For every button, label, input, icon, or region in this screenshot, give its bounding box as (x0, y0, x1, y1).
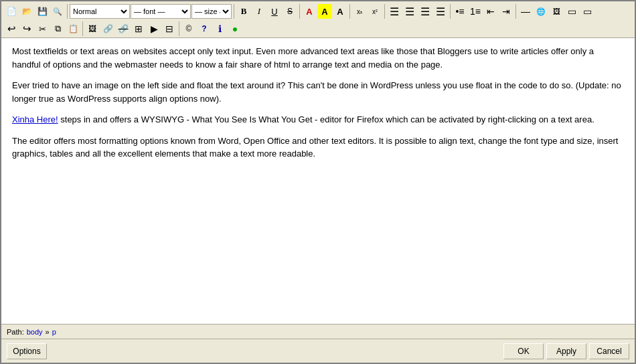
toolbar-row-1: Normal Heading 1 Heading 2 Heading 3 Par… (3, 3, 633, 20)
special-char-button[interactable]: © (181, 21, 196, 36)
cancel-button[interactable]: Cancel (589, 343, 629, 359)
table-button[interactable]: ⊞ (131, 21, 146, 36)
new-icon (7, 7, 17, 16)
bottom-left: Options (7, 343, 47, 359)
ordered-list-button[interactable]: 1≡ (468, 4, 483, 19)
globe-button[interactable]: 🌐 (534, 4, 548, 19)
strikethrough-button[interactable]: S (283, 4, 297, 19)
paragraph-1: Most textfields or text areas on website… (12, 45, 624, 71)
bottom-bar: Options OK Apply Cancel (1, 339, 635, 363)
status-bar: Path: body » p (1, 324, 635, 339)
dot-button[interactable]: ● (228, 21, 242, 36)
open-button[interactable] (19, 4, 34, 19)
zoom-button[interactable] (50, 4, 65, 19)
editor-container: Normal Heading 1 Heading 2 Heading 3 Par… (0, 0, 636, 364)
sep8 (82, 21, 83, 36)
box1-button[interactable]: ▭ (564, 4, 579, 19)
save-button[interactable] (35, 4, 50, 19)
superscript-button[interactable]: x² (368, 4, 382, 19)
p-link[interactable]: p (52, 328, 56, 336)
paste-button[interactable]: 📋 (66, 21, 80, 36)
paragraph-2: Ever tried to have an image on the left … (12, 79, 624, 105)
zoom-icon (53, 7, 62, 16)
image-button[interactable]: 🖼 (549, 4, 564, 19)
path-label: Path: (7, 328, 24, 336)
media-button[interactable]: ▶ (147, 21, 161, 36)
toolbar-row-2: ↩ ↪ ✂ ⧉ 📋 🖼 🔗 🔗 ⊞ ▶ ⊟ © ? ℹ ● (3, 20, 633, 37)
paragraph-4: The editor offers most formatting option… (12, 134, 624, 161)
save-icon (37, 7, 48, 16)
align-right-button[interactable]: ☰ (418, 4, 432, 19)
new-button[interactable] (4, 4, 19, 19)
image-icon: 🖼 (553, 7, 560, 15)
sep7 (515, 4, 516, 19)
italic-button[interactable]: I (252, 4, 266, 19)
sep5 (384, 4, 385, 19)
insert-img-button[interactable]: 🖼 (85, 21, 100, 36)
font-color-button[interactable]: A (333, 4, 347, 19)
redo-button[interactable]: ↪ (19, 21, 34, 36)
sep1 (67, 4, 68, 19)
indent-button[interactable]: ⇥ (499, 4, 513, 19)
outdent-button[interactable]: ⇤ (483, 4, 498, 19)
sep3 (299, 4, 300, 19)
help-button[interactable]: ? (197, 21, 212, 36)
underline-button[interactable]: U (267, 4, 282, 19)
paragraph-3: Xinha Here! steps in and offers a WYSIWY… (12, 113, 624, 126)
style-select[interactable]: Normal Heading 1 Heading 2 Heading 3 Par… (70, 4, 130, 19)
undo-button[interactable]: ↩ (4, 21, 19, 36)
globe-icon: 🌐 (536, 7, 546, 16)
font-select[interactable]: — font — (131, 4, 191, 19)
align-justify-button[interactable]: ☰ (433, 4, 448, 19)
subscript-button[interactable]: x₂ (352, 4, 367, 19)
unordered-list-button[interactable]: •≡ (453, 4, 467, 19)
xinha-link[interactable]: Xinha Here! (12, 114, 58, 124)
open-icon (22, 7, 32, 16)
box2-button[interactable]: ▭ (580, 4, 594, 19)
apply-button[interactable]: Apply (546, 343, 586, 359)
hr-button[interactable]: — (518, 4, 533, 19)
sep6 (450, 4, 451, 19)
cut-button[interactable]: ✂ (35, 21, 50, 36)
text-color-button[interactable]: A (302, 4, 317, 19)
pagebreak-button[interactable]: ⊟ (162, 21, 177, 36)
ok-button[interactable]: OK (503, 343, 544, 359)
path-sep: » (46, 328, 50, 336)
sep2 (234, 4, 234, 19)
insert-media-button[interactable]: 🔗 (116, 21, 131, 36)
toolbar-area: Normal Heading 1 Heading 2 Heading 3 Par… (1, 1, 635, 38)
paragraph-3-text: steps in and offers a WYSIWYG - What You… (58, 114, 594, 124)
options-button[interactable]: Options (7, 343, 47, 359)
sep9 (179, 21, 179, 36)
bold-button[interactable]: B (236, 4, 251, 19)
about-button[interactable]: ℹ (212, 21, 227, 36)
content-area[interactable]: Most textfields or text areas on website… (1, 38, 635, 324)
sep4 (349, 4, 350, 19)
bottom-right: OK Apply Cancel (503, 343, 629, 359)
insert-link-button[interactable]: 🔗 (100, 21, 115, 36)
align-center-button[interactable]: ☰ (402, 4, 417, 19)
copy-button[interactable]: ⧉ (50, 21, 65, 36)
size-select[interactable]: — size — (191, 4, 232, 19)
body-link[interactable]: body (27, 328, 43, 336)
align-left-button[interactable]: ☰ (387, 4, 402, 19)
bg-color-button[interactable]: A (317, 4, 332, 19)
